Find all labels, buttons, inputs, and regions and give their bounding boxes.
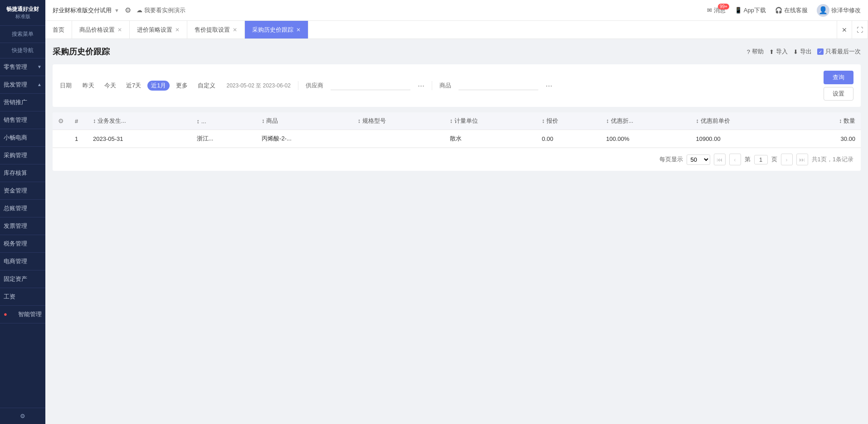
main-area: 好业财标准版交付试用 ▼ ⚙ ☁ 我要看实例演示 ✉ 消息 99+ 📱 App下… xyxy=(45,0,868,424)
th-date[interactable]: ↕ 业务发生... xyxy=(88,112,191,130)
date-custom[interactable]: 自定义 xyxy=(194,81,219,91)
import-action[interactable]: ⬆ 导入 xyxy=(769,48,788,56)
tab-home-label: 首页 xyxy=(53,26,64,34)
query-button[interactable]: 查询 xyxy=(824,71,853,84)
th-unit-price-label: ↕ 优惠前单价 xyxy=(696,117,730,124)
date-yesterday[interactable]: 昨天 xyxy=(79,81,98,91)
page-header: 采购历史价跟踪 ? 帮助 ⬆ 导入 ⬇ 导出 ✓ 只看最后一次 xyxy=(53,46,861,57)
sidebar-item-ledger[interactable]: 总账管理 xyxy=(0,200,45,217)
sidebar-nav[interactable]: 快捷导航 xyxy=(0,43,45,58)
tab-history[interactable]: 采购历史价跟踪 ✕ xyxy=(245,21,308,39)
sidebar-item-label: 资金管理 xyxy=(4,187,27,195)
page-input[interactable]: 1 xyxy=(754,155,768,164)
date-filter-label: 日期 xyxy=(60,82,72,90)
sidebar-settings[interactable]: ⚙ xyxy=(0,408,45,424)
td-gear xyxy=(53,130,69,148)
app-download-label: App下载 xyxy=(744,6,766,14)
td-price: 0.00 xyxy=(536,130,601,148)
th-gear[interactable]: ⚙ xyxy=(53,112,69,130)
close-tab-strategy[interactable]: ✕ xyxy=(175,27,180,33)
sidebar-item-label: 电商管理 xyxy=(4,257,27,265)
per-page-select[interactable]: 50 100 200 xyxy=(687,154,710,165)
th-price[interactable]: ↕ 报价 xyxy=(536,112,601,130)
close-tab-sale[interactable]: ✕ xyxy=(233,27,237,33)
th-goods-label: ↕ 商品 xyxy=(262,117,278,124)
app-download-button[interactable]: 📱 App下载 xyxy=(735,6,766,14)
sidebar-item-finance[interactable]: 资金管理 xyxy=(0,182,45,200)
demo-button[interactable]: ☁ 我要看实例演示 xyxy=(137,6,185,14)
sidebar-item-tax[interactable]: 税务管理 xyxy=(0,235,45,253)
date-7days[interactable]: 近7天 xyxy=(122,81,145,91)
sidebar-search[interactable]: 搜索菜单 xyxy=(0,26,45,43)
sidebar-item-purchase[interactable]: 采购管理 xyxy=(0,147,45,164)
sidebar-item-retail[interactable]: 零售管理 ▼ xyxy=(0,58,45,76)
th-unit[interactable]: ↕ 计量单位 xyxy=(444,112,536,130)
td-unit-price: 10900.00 xyxy=(690,130,796,148)
tab-price[interactable]: 商品价格设置 ✕ xyxy=(72,21,130,39)
maximize-tab-button[interactable]: ⛶ xyxy=(852,21,868,39)
date-1month[interactable]: 近1月 xyxy=(147,81,170,91)
pagination: 每页显示 50 100 200 ⏮ ‹ 第 1 页 › ⏭ 共1页，1条记录 xyxy=(53,148,861,171)
pagination-total: 共1页，1条记录 xyxy=(812,155,853,164)
sidebar-item-marketing[interactable]: 营销推广 xyxy=(0,94,45,111)
only-last-checkbox[interactable]: ✓ 只看最后一次 xyxy=(817,48,861,56)
messages-button[interactable]: ✉ 消息 99+ xyxy=(707,6,726,14)
sidebar-item-ecommerce[interactable]: 电商管理 xyxy=(0,253,45,270)
chevron-down-icon: ▼ xyxy=(37,64,42,69)
pagination-prev-btn[interactable]: ‹ xyxy=(729,154,741,165)
pagination-first-btn[interactable]: ⏮ xyxy=(714,154,726,165)
filter-settings-button[interactable]: 设置 xyxy=(824,87,853,101)
sidebar: 畅捷通好业财 标准版 搜索菜单 快捷导航 零售管理 ▼ 批发管理 ▲ 营销推广 … xyxy=(0,0,45,424)
th-quantity-label: ↕ 数量 xyxy=(839,117,855,124)
date-more[interactable]: 更多 xyxy=(172,81,191,91)
export-action[interactable]: ⬇ 导出 xyxy=(793,48,812,56)
close-tab-button[interactable]: ✕ xyxy=(837,21,852,39)
sidebar-item-intelligent[interactable]: ● 智能管理 xyxy=(0,306,45,323)
th-price-label: ↕ 报价 xyxy=(542,117,558,124)
th-extra[interactable]: ↕ ... xyxy=(191,112,256,130)
th-goods[interactable]: ↕ 商品 xyxy=(256,112,352,130)
app-logo-title: 畅捷通好业财 xyxy=(6,5,39,13)
version-selector[interactable]: 好业财标准版交付试用 ▼ xyxy=(53,6,119,14)
tab-sale[interactable]: 售价提取设置 ✕ xyxy=(187,21,245,39)
user-menu[interactable]: 👤 徐泽华修改 xyxy=(817,4,861,17)
version-label: 好业财标准版交付试用 xyxy=(53,6,112,14)
online-service-button[interactable]: 🎧 在线客服 xyxy=(775,6,808,14)
sidebar-item-label: 小畅电商 xyxy=(4,134,27,142)
supplier-input[interactable] xyxy=(331,81,410,90)
sidebar-item-wholesale[interactable]: 批发管理 ▲ xyxy=(0,76,45,94)
sidebar-item-label: 库存核算 xyxy=(4,169,27,177)
sidebar-item-salary[interactable]: 工资 xyxy=(0,288,45,306)
gear-icon[interactable]: ⚙ xyxy=(20,413,25,419)
goods-more-icon[interactable]: ··· xyxy=(546,81,552,91)
date-today[interactable]: 今天 xyxy=(101,81,120,91)
tab-strategy[interactable]: 进价策略设置 ✕ xyxy=(130,21,187,39)
tab-history-label: 采购历史价跟踪 xyxy=(252,26,293,34)
sidebar-item-sales[interactable]: 销售管理 xyxy=(0,111,45,129)
sidebar-item-ecommerce-small[interactable]: 小畅电商 xyxy=(0,129,45,147)
sidebar-item-fixed-assets[interactable]: 固定资产 xyxy=(0,270,45,288)
settings-icon[interactable]: ⚙ xyxy=(125,6,131,14)
supplier-more-icon[interactable]: ··· xyxy=(418,81,424,91)
th-index: # xyxy=(69,112,88,130)
sidebar-item-invoice[interactable]: 发票管理 xyxy=(0,217,45,235)
sidebar-item-label: 发票管理 xyxy=(4,222,27,230)
pagination-next-btn[interactable]: › xyxy=(781,154,793,165)
close-tab-price[interactable]: ✕ xyxy=(117,27,122,33)
close-tab-history[interactable]: ✕ xyxy=(296,27,301,33)
table-header-row: ⚙ # ↕ 业务发生... ↕ ... ↕ 商品 ↕ 规 xyxy=(53,112,861,130)
goods-input[interactable] xyxy=(458,81,538,90)
th-spec[interactable]: ↕ 规格型号 xyxy=(352,112,444,130)
sidebar-item-inventory[interactable]: 库存核算 xyxy=(0,164,45,182)
date-pills: 昨天 今天 近7天 近1月 更多 自定义 xyxy=(79,81,219,91)
th-unit-price[interactable]: ↕ 优惠前单价 xyxy=(690,112,796,130)
th-discount[interactable]: ↕ 优惠折... xyxy=(601,112,691,130)
sidebar-item-label: 税务管理 xyxy=(4,240,27,248)
page-header-actions: ? 帮助 ⬆ 导入 ⬇ 导出 ✓ 只看最后一次 xyxy=(747,48,861,56)
tab-home[interactable]: 首页 xyxy=(45,21,72,39)
th-quantity[interactable]: ↕ 数量 xyxy=(796,112,861,130)
help-action[interactable]: ? 帮助 xyxy=(747,48,764,56)
per-page-label: 每页显示 xyxy=(659,155,683,164)
filter-area: 日期 昨天 今天 近7天 近1月 更多 自定义 2023-05-02 至 202… xyxy=(53,64,861,107)
pagination-last-btn[interactable]: ⏭ xyxy=(796,154,808,165)
